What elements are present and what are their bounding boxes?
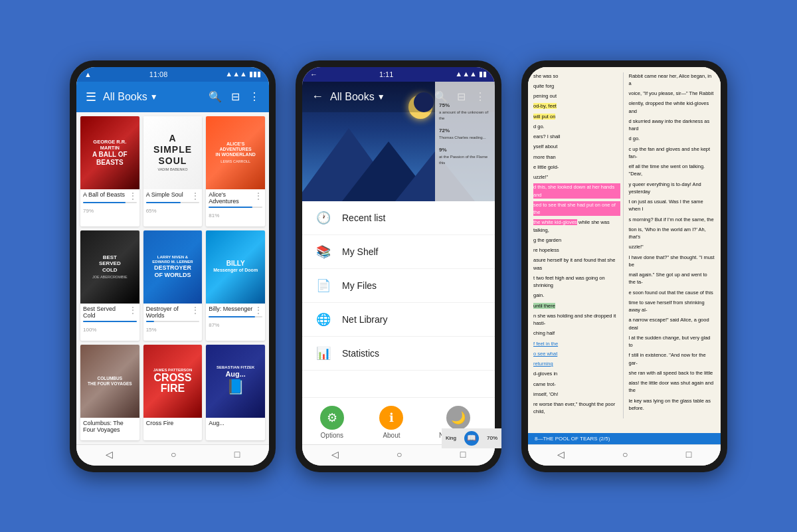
read-desc-3: at the Passion of the Flame this: [439, 154, 491, 166]
book-info-2: A Simple Soul ⋮ 65%: [143, 189, 203, 218]
book-menu-1[interactable]: ⋮: [129, 191, 137, 201]
reader-columns: she was so quite forg pening out od-by, …: [533, 72, 715, 418]
status-bar-1: ▲ 11:08 ▲▲▲ ▮▮▮: [76, 67, 269, 82]
reader-highlight-pink: sed to see that she had put on one of th…: [533, 201, 620, 217]
book-menu-3[interactable]: ⋮: [254, 191, 262, 201]
book-item-aug[interactable]: SEBASTIAN FITZEK Aug... 📘 Aug...: [206, 345, 265, 440]
book-item-billy[interactable]: BILLY Messenger of Doom Billy: Messenger…: [206, 230, 265, 341]
book-cover-alice: ALICE'SADVENTURESIN WONDERLAND LEWIS CAR…: [206, 116, 265, 189]
reader-line: d go.: [629, 135, 716, 142]
book-menu-5[interactable]: ⋮: [191, 306, 199, 315]
menu-label-shelf: My Shelf: [342, 246, 378, 257]
statistics-icon: 📊: [315, 346, 331, 361]
reader-strip: King 📖 70%: [442, 428, 495, 448]
book-item-best-served-cold[interactable]: BESTSERVEDCOLD JOE ABERCROMBIE Best Serv…: [80, 230, 139, 341]
book-pct-6: 87%: [209, 322, 219, 328]
menu-label-recent: Recent list: [342, 213, 385, 223]
book-item-destroyer[interactable]: LARRY NIVEN &EDWARD M. LERNER DESTROYERO…: [143, 230, 203, 341]
book-cover-simple-soul: ASIMPLESOUL VADIM BABENKO: [143, 116, 203, 189]
reader-line: re hopeless: [533, 246, 620, 254]
dropdown-icon[interactable]: ▼: [150, 92, 158, 102]
menu-item-shelf[interactable]: 📚 My Shelf: [302, 235, 495, 269]
book-info-1: A Ball of Beasts ⋮ 79%: [80, 189, 139, 218]
reader-line: alas! the little door was shut again and…: [629, 379, 716, 395]
hamburger-icon[interactable]: ☰: [86, 90, 96, 104]
highlight: will put on: [533, 114, 555, 120]
phone-1-screen: ▲ 11:08 ▲▲▲ ▮▮▮ ☰ All Books ▼ 🔍 ⊟ ⋮: [76, 67, 269, 466]
recents-nav-2[interactable]: □: [460, 449, 466, 462]
home-nav[interactable]: ○: [171, 449, 176, 462]
reader-line: f feet in the: [533, 340, 620, 347]
book-item-columbus[interactable]: COLUMBUSTHE FOUR VOYAGES Columbus: The F…: [80, 345, 139, 440]
reader-line: d-gloves in: [533, 370, 620, 377]
filter-icon[interactable]: ⊟: [231, 90, 240, 103]
reader-line: mall again." She got up and went to the …: [629, 271, 716, 286]
book-title-7: Columbus: The Four Voyages: [83, 420, 137, 434]
book-pct-2: 65%: [146, 208, 157, 214]
files-icon: 📄: [315, 278, 331, 293]
dropdown-icon-2[interactable]: ▼: [377, 92, 385, 102]
reader-line: uzzle!": [629, 243, 716, 250]
bottom-about[interactable]: ℹ About: [379, 406, 403, 439]
reader-line: uzzle!": [533, 173, 620, 181]
back-nav-3[interactable]: ◁: [557, 449, 565, 462]
reader-line: d skurried away into the darkness as har…: [629, 118, 716, 133]
phone-3-screen: she was so quite forg pening out od-by, …: [528, 67, 721, 466]
book-title-3: Alice's Adventures: [209, 191, 254, 206]
reading-sidebar: 75% a amount of the unknown of the 72% T…: [435, 82, 495, 201]
book-menu-6[interactable]: ⋮: [254, 306, 262, 315]
back-icon-2[interactable]: ←: [311, 90, 323, 104]
recents-nav-3[interactable]: □: [686, 449, 691, 462]
book-menu-4[interactable]: ⋮: [129, 306, 137, 315]
reader-icon[interactable]: 📖: [464, 431, 479, 446]
about-label: About: [383, 432, 400, 439]
netlibrary-icon: 🌐: [315, 312, 331, 327]
reader-line: le key was lying on the glass table as b…: [629, 397, 716, 412]
back-nav[interactable]: ◁: [106, 449, 113, 462]
book-info-8: Cross Fire: [143, 418, 203, 430]
menu-item-files[interactable]: 📄 My Files: [302, 269, 495, 303]
home-nav-3[interactable]: ○: [622, 449, 628, 462]
reader-line: more than: [533, 153, 620, 161]
reader-line: d go.: [533, 123, 620, 130]
menu-item-recent[interactable]: 🕐 Recent list: [302, 201, 495, 235]
reader-line: elf all the time she went on talking. "D…: [629, 163, 716, 178]
book-item-simple-soul[interactable]: ASIMPLESOUL VADIM BABENKO A Simple Soul …: [143, 116, 203, 226]
bottom-options[interactable]: ⚙ Options: [320, 406, 344, 439]
reader-line: e little gold-: [533, 163, 620, 171]
book-info-7: Columbus: The Four Voyages: [80, 418, 139, 437]
reader-line: re worse than ever," thought the poor ch…: [533, 400, 620, 416]
book-title-5: Destroyer of Worlds: [146, 306, 192, 320]
back-nav-2[interactable]: ◁: [331, 449, 339, 462]
more-icon[interactable]: ⋮: [249, 90, 260, 103]
reader-line: quite forg: [533, 82, 620, 90]
home-nav-2[interactable]: ○: [397, 449, 402, 462]
read-pct-2: 72%: [439, 127, 491, 135]
reader-line: Rabbit came near her, Alice began, in a: [629, 72, 716, 88]
reader-line: asure herself by it and found that she w…: [533, 256, 620, 272]
book-item-ball-of-beasts[interactable]: GEORGE R.R.MARTINA BALL OF BEASTS A Ball…: [80, 116, 139, 226]
recents-nav[interactable]: □: [234, 449, 240, 462]
search-icon[interactable]: 🔍: [209, 90, 222, 103]
menu-item-statistics[interactable]: 📊 Statistics: [302, 337, 495, 371]
book-cover-columbus: COLUMBUSTHE FOUR VOYAGES: [80, 345, 139, 418]
menu-item-netlibrary[interactable]: 🌐 Net Library: [302, 303, 495, 337]
reader-line: s morning? But if I'm not the same, the: [629, 216, 716, 223]
app-bar-icons-1: 🔍 ⊟ ⋮: [209, 90, 260, 103]
reader-footer: 8—THE POOL OF TEARS (2/5): [528, 433, 721, 444]
read-desc-2: Thomas Charles reading...: [439, 135, 491, 141]
reader-strip-pct: 70%: [487, 435, 495, 441]
app-bar-1: ☰ All Books ▼ 🔍 ⊟ ⋮: [76, 82, 269, 112]
book-cover-crossfire: JAMES PATTERSON CROSSFIRE: [143, 345, 203, 418]
book-menu-2[interactable]: ⋮: [191, 191, 199, 201]
nav-bar-3: ◁ ○ □: [528, 444, 721, 466]
book-title-1: A Ball of Beasts: [83, 191, 129, 199]
reader-line: she ran with all speed back to the littl…: [629, 369, 716, 377]
options-label: Options: [321, 432, 343, 439]
about-icon: ℹ: [379, 406, 403, 430]
book-item-alice[interactable]: ALICE'SADVENTURESIN WONDERLAND LEWIS CAR…: [206, 116, 265, 226]
book-cover-ball-of-beasts: GEORGE R.R.MARTINA BALL OF BEASTS: [80, 116, 139, 189]
book-title-8: Cross Fire: [146, 420, 200, 427]
book-item-crossfire[interactable]: JAMES PATTERSON CROSSFIRE Cross Fire: [143, 345, 203, 440]
book-title-6: Billy: Messenger: [209, 306, 254, 313]
